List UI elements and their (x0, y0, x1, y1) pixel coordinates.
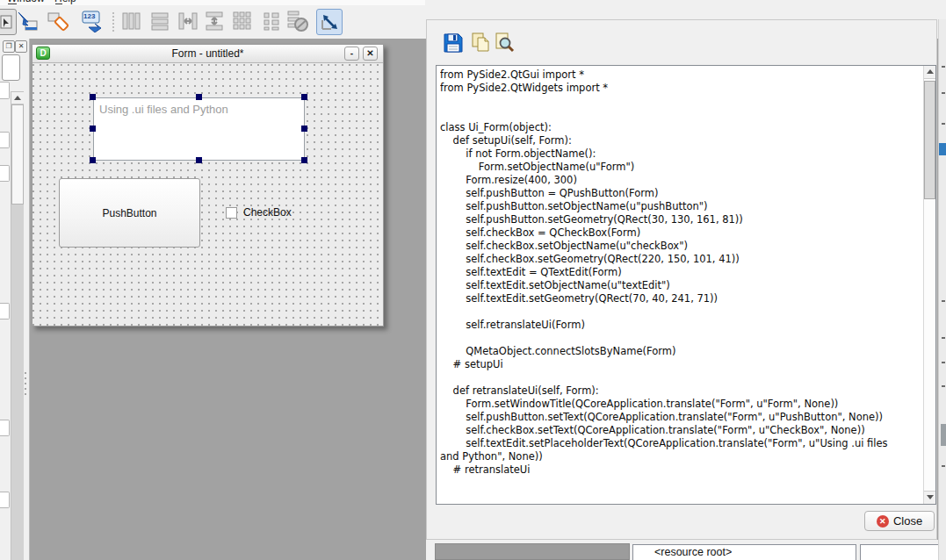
edge-tick (942, 337, 945, 339)
checkbox-label: CheckBox (243, 206, 292, 219)
form-canvas[interactable]: Using .ui files and Python PushButton Ch… (32, 63, 383, 326)
edit-tab-order-icon[interactable]: 123 (81, 9, 105, 33)
selection-handle-ne[interactable] (301, 94, 307, 100)
selection-handle-n[interactable] (196, 94, 202, 100)
widget-list-item[interactable] (0, 303, 10, 319)
scroll-up-icon[interactable] (11, 92, 24, 104)
resource-panel-fragment (860, 544, 945, 560)
selection-handle-e[interactable] (301, 126, 307, 132)
form-close-button[interactable]: ✕ (363, 47, 378, 61)
widget-box-scrollbar[interactable] (11, 91, 24, 560)
layout-vertical-icon[interactable] (148, 9, 172, 33)
qt-designer-screen: Window Help 123 (0, 0, 946, 560)
adjust-size-icon[interactable] (316, 9, 343, 35)
generated-python-code[interactable]: from PySide2.QtGui import * from PySide2… (440, 68, 921, 502)
code-scrollbar[interactable] (923, 66, 935, 504)
selection-handle-w[interactable] (90, 126, 96, 132)
close-button[interactable]: ✕ Close (864, 511, 935, 531)
selection-handle-nw[interactable] (90, 94, 96, 100)
layout-grid-icon[interactable] (230, 9, 255, 33)
scroll-up-icon[interactable] (924, 66, 935, 79)
menu-window-mnemonic (8, 4, 17, 4)
close-button-label: Close (893, 514, 922, 528)
checkbox-widget[interactable] (226, 207, 237, 219)
edge-tick (942, 465, 945, 467)
edge-tick (942, 92, 945, 94)
scrollbar-thumb[interactable] (11, 104, 24, 205)
scroll-down-icon[interactable] (924, 491, 935, 504)
resource-browser-strip: <resource root> (426, 540, 946, 560)
break-layout-icon[interactable] (285, 9, 310, 33)
widget-list-item[interactable] (0, 165, 10, 182)
edit-signals-slots-icon[interactable] (15, 9, 40, 33)
layout-horizontal-icon[interactable] (119, 9, 143, 33)
edge-scroll-mark (941, 424, 946, 446)
edge-tick (942, 385, 945, 387)
edge-tick (942, 362, 945, 363)
widget-list-item[interactable] (0, 492, 10, 508)
selection-handle-sw[interactable] (90, 157, 96, 163)
form-window[interactable]: D Form - untitled* - ✕ Using .ui files a… (32, 44, 384, 327)
selection-handle-s[interactable] (196, 157, 202, 163)
code-editor[interactable]: from PySide2.QtGui import * from PySide2… (436, 65, 936, 505)
form-titlebar[interactable]: D Form - untitled* - ✕ (32, 45, 383, 63)
edge-tick (942, 123, 945, 125)
horizontal-scrollbar-thumb[interactable] (435, 543, 630, 560)
copy-icon[interactable] (471, 32, 493, 54)
dock-close-icon[interactable]: ✕ (15, 40, 27, 53)
widget-list-item[interactable] (0, 420, 10, 436)
code-scrollbar-thumb[interactable] (924, 81, 935, 199)
layout-splitter-horizontal-icon[interactable] (176, 9, 200, 33)
save-icon[interactable] (443, 32, 465, 54)
edge-tick (942, 66, 945, 68)
splitter-handle[interactable] (25, 372, 26, 398)
widget-box-dock: ❐ ✕ (0, 39, 30, 560)
toolbar-separator (112, 12, 114, 32)
textedit-placeholder: Using .ui files and Python (99, 103, 228, 116)
widget-list-item[interactable] (0, 82, 10, 99)
resource-root-item[interactable]: <resource root> (632, 544, 856, 560)
edge-tick (942, 300, 945, 302)
close-x-icon: ✕ (877, 515, 889, 528)
code-preview-dialog: from PySide2.QtGui import * from PySide2… (426, 19, 937, 540)
edit-buddies-icon[interactable] (46, 9, 70, 33)
find-icon[interactable] (494, 32, 516, 54)
widget-list-item[interactable] (0, 132, 10, 148)
selection-handle-se[interactable] (301, 157, 307, 163)
form-title: Form - untitled* (32, 47, 383, 60)
textedit-widget[interactable]: Using .ui files and Python (93, 97, 305, 161)
menu-help-mnemonic (55, 4, 62, 4)
edge-accent-mark (939, 143, 946, 155)
pushbutton-widget[interactable]: PushButton (59, 178, 200, 248)
tab-order-123-label: 123 (83, 12, 95, 20)
layout-splitter-vertical-icon[interactable] (202, 9, 227, 33)
layout-form-icon[interactable] (259, 9, 284, 33)
dock-float-icon[interactable]: ❐ (3, 40, 15, 53)
widget-filter-input[interactable] (2, 54, 20, 81)
right-panel-edge (938, 19, 946, 560)
form-minimize-button[interactable]: - (344, 47, 359, 61)
